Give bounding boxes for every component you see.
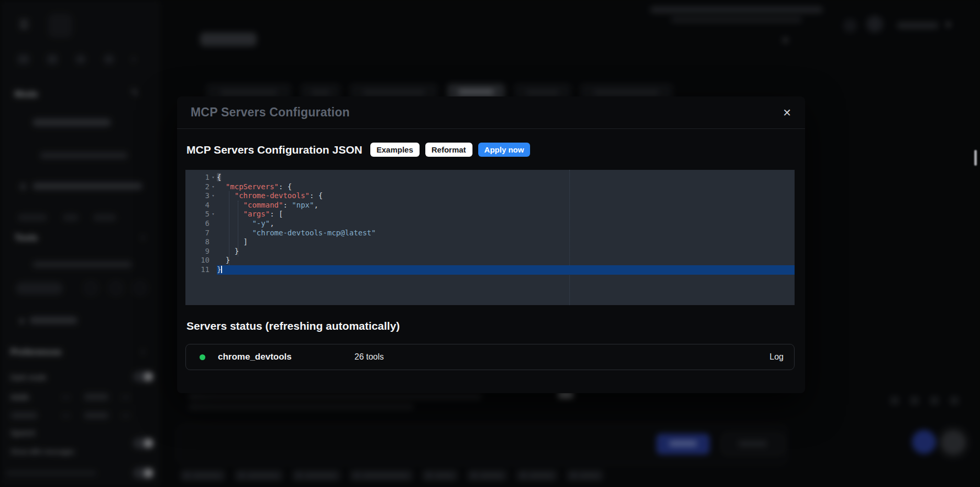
apply-now-button[interactable]: Apply now bbox=[478, 143, 531, 157]
editor-line-7[interactable]: 7 "chrome-devtools-mcp@latest" bbox=[185, 229, 795, 238]
fold-spacer bbox=[210, 265, 217, 275]
fold-arrow-icon[interactable]: ▾ bbox=[210, 191, 217, 201]
section-header-row: MCP Servers Configuration JSON Examples … bbox=[185, 143, 795, 157]
code-content: "-y", bbox=[217, 219, 795, 229]
line-number: 1 bbox=[185, 173, 210, 182]
editor-line-8[interactable]: 8 ] bbox=[185, 237, 795, 247]
editor-line-1[interactable]: 1▾{ bbox=[185, 173, 795, 182]
line-number: 6 bbox=[185, 219, 210, 229]
json-editor-lines: 1▾{2▾ "mcpServers": {3▾ "chrome-devtools… bbox=[185, 170, 795, 275]
modal-title: MCP Servers Configuration bbox=[191, 105, 350, 120]
fold-spacer bbox=[210, 237, 217, 247]
code-content: } bbox=[217, 247, 795, 256]
modal-header: MCP Servers Configuration ✕ bbox=[177, 96, 805, 129]
modal-body: MCP Servers Configuration JSON Examples … bbox=[177, 129, 805, 370]
code-content: } bbox=[217, 265, 795, 275]
editor-line-9[interactable]: 9 } bbox=[185, 247, 795, 256]
line-number: 3 bbox=[185, 191, 210, 201]
line-number: 11 bbox=[185, 265, 210, 275]
servers-status-heading: Servers status (refreshing automatically… bbox=[185, 320, 795, 332]
reformat-button[interactable]: Reformat bbox=[425, 143, 472, 157]
fold-arrow-icon[interactable]: ▾ bbox=[210, 173, 217, 182]
server-tools-count: 26 tools bbox=[355, 352, 384, 362]
code-content: "mcpServers": { bbox=[217, 182, 795, 192]
code-content: ] bbox=[217, 237, 795, 247]
line-number: 5 bbox=[185, 210, 210, 219]
line-number: 10 bbox=[185, 256, 210, 265]
server-name: chrome_devtools bbox=[218, 352, 292, 362]
fold-spacer bbox=[210, 229, 217, 238]
line-number: 2 bbox=[185, 182, 210, 192]
code-content: } bbox=[217, 256, 795, 265]
fold-arrow-icon[interactable]: ▾ bbox=[210, 210, 217, 219]
fold-spacer bbox=[210, 201, 217, 210]
examples-button[interactable]: Examples bbox=[370, 143, 420, 157]
editor-line-2[interactable]: 2▾ "mcpServers": { bbox=[185, 182, 795, 192]
fold-spacer bbox=[210, 256, 217, 265]
close-icon[interactable]: ✕ bbox=[783, 107, 791, 118]
editor-line-10[interactable]: 10 } bbox=[185, 256, 795, 265]
editor-line-6[interactable]: 6 "-y", bbox=[185, 219, 795, 229]
code-content: "chrome-devtools": { bbox=[217, 191, 795, 201]
section-title: MCP Servers Configuration JSON bbox=[186, 144, 362, 156]
fold-spacer bbox=[210, 247, 217, 256]
scrollbar-thumb[interactable] bbox=[974, 150, 977, 166]
app-root: ☰ › Mode ✎ Tools › ✦ Pr bbox=[0, 0, 980, 487]
code-content: "command": "npx", bbox=[217, 201, 795, 210]
mcp-servers-modal: MCP Servers Configuration ✕ MCP Servers … bbox=[177, 96, 805, 393]
line-number: 9 bbox=[185, 247, 210, 256]
line-number: 8 bbox=[185, 237, 210, 247]
editor-line-3[interactable]: 3▾ "chrome-devtools": { bbox=[185, 191, 795, 201]
server-status-dot bbox=[200, 354, 205, 360]
fold-arrow-icon[interactable]: ▾ bbox=[210, 182, 217, 192]
text-cursor bbox=[221, 266, 222, 273]
line-number: 4 bbox=[185, 201, 210, 210]
code-content: "args": [ bbox=[217, 210, 795, 219]
server-log-link[interactable]: Log bbox=[769, 352, 784, 362]
line-number: 7 bbox=[185, 229, 210, 238]
code-content: { bbox=[217, 173, 795, 182]
json-editor[interactable]: 1▾{2▾ "mcpServers": {3▾ "chrome-devtools… bbox=[185, 170, 795, 305]
editor-line-5[interactable]: 5▾ "args": [ bbox=[185, 210, 795, 219]
code-content: "chrome-devtools-mcp@latest" bbox=[217, 229, 795, 238]
fold-spacer bbox=[210, 219, 217, 229]
editor-line-11[interactable]: 11} bbox=[185, 265, 795, 275]
server-status-row: chrome_devtools 26 tools Log bbox=[185, 344, 795, 370]
editor-line-4[interactable]: 4 "command": "npx", bbox=[185, 201, 795, 210]
